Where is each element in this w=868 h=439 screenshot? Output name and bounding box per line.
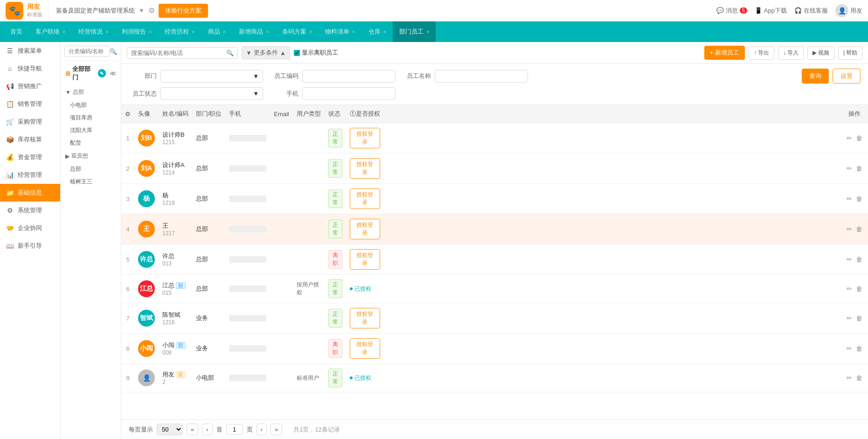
close-tab-history[interactable]: × [192, 29, 194, 35]
dept-collapse-icon[interactable]: ≪ [110, 70, 116, 77]
nav-item-guide[interactable]: 📖 新手引导 [0, 237, 60, 255]
show-left-label[interactable]: 显示离职员工 [294, 49, 338, 57]
dept-shenyang[interactable]: 沈阳大库 [61, 124, 121, 137]
dept-shuangxiang[interactable]: ▶ 双庶想 [61, 149, 121, 163]
nav-item-quick[interactable]: ⌂ 快捷导航 [0, 60, 60, 77]
nav-item-cooperation[interactable]: 🤝 企业协同 [0, 219, 60, 237]
nav-item-marketing[interactable]: 📢 营销推广 [0, 77, 60, 95]
app-download-btn[interactable]: 📱 App下载 [755, 7, 787, 15]
user-btn[interactable]: 👤 用友 [835, 4, 862, 17]
delete-icon-1[interactable]: 🗑 [856, 165, 862, 172]
close-tab-barcode[interactable]: × [309, 29, 312, 35]
close-tab-profit[interactable]: × [149, 29, 152, 35]
edit-icon-6[interactable]: ✏ [847, 314, 852, 322]
tab-profit[interactable]: 利润报告 × [115, 21, 158, 42]
more-filter-btn[interactable]: ▼ 更多条件 ▲ [242, 46, 290, 59]
dept-search-input[interactable] [64, 46, 110, 57]
auth-btn-1[interactable]: 授权登录 [350, 158, 380, 179]
export-btn[interactable]: ↑ 导出 [749, 46, 774, 60]
table-row[interactable]: 3 杨 杨 1218 总部 正常 授权登录 ✏ 🗑 [121, 184, 868, 214]
col-name[interactable]: 姓名/编码 [159, 105, 192, 123]
tab-customer[interactable]: 客户联络 × [29, 21, 72, 42]
col-phone[interactable]: 手机 [225, 105, 270, 123]
col-settings[interactable]: ⚙ [121, 105, 134, 123]
nav-item-basic[interactable]: 📁 基础信息 [0, 184, 60, 202]
nav-item-operation[interactable]: 📊 经营管理 [0, 166, 60, 184]
set-btn[interactable]: 设置 [833, 69, 861, 84]
auth-btn-2[interactable]: 授权登录 [350, 188, 380, 209]
status-select[interactable]: ▼ [160, 87, 263, 100]
dept-search-icon[interactable]: 🔍 [110, 48, 117, 55]
delete-icon-6[interactable]: 🗑 [856, 314, 862, 322]
close-tab-department[interactable]: × [426, 29, 429, 35]
emp-code-input[interactable] [302, 70, 396, 83]
help-btn[interactable]: | 帮助 [838, 46, 862, 60]
table-row[interactable]: 1 刘B 设计师B 1215 总部 正常 授权登录 ✏ 🗑 [121, 123, 868, 153]
auth-btn-4[interactable]: 授权登录 [350, 249, 380, 270]
nav-item-finance[interactable]: 💰 资金管理 [0, 148, 60, 166]
nav-item-sales[interactable]: 📋 销售管理 [0, 95, 60, 113]
message-btn[interactable]: 💬 消息 5 [716, 7, 747, 15]
nav-item-search[interactable]: ☰ 搜索菜单 [0, 42, 60, 60]
view-btn[interactable]: ▶ 视频 [807, 46, 834, 60]
edit-icon-3[interactable]: ✏ [847, 225, 852, 233]
edit-icon-4[interactable]: ✏ [847, 256, 852, 263]
table-row[interactable]: 9 👤 用友应 2 小电部 标准用户 正常 已授权 ✏ 🗑 [121, 364, 868, 392]
tab-department[interactable]: 部门员工 × [393, 21, 436, 42]
close-tab-operation[interactable]: × [105, 29, 108, 35]
nav-item-purchase[interactable]: 🛒 采购管理 [0, 113, 60, 131]
nav-item-system[interactable]: ⚙ 系统管理 [0, 202, 60, 219]
last-page-btn[interactable]: » [271, 424, 282, 435]
delete-icon-0[interactable]: 🗑 [856, 134, 862, 142]
tab-warehouse[interactable]: 仓库 × [362, 21, 393, 42]
table-row[interactable]: 2 刘A 设计师A 1214 总部 正常 授权登录 ✏ 🗑 [121, 153, 868, 184]
dept-select[interactable]: ▼ [160, 70, 263, 83]
edit-icon-0[interactable]: ✏ [847, 134, 852, 142]
tab-home[interactable]: 首页 [4, 21, 29, 42]
per-page-select[interactable]: 50 100 200 [157, 424, 183, 435]
auth-btn-3[interactable]: 授权登录 [350, 219, 380, 239]
dept-zongbu2[interactable]: 总部 [61, 163, 121, 175]
tab-add-product[interactable]: 新增商品 × [232, 21, 275, 42]
dept-xiangmu[interactable]: 项目库房 [61, 111, 121, 124]
tab-operation[interactable]: 经营情况 × [72, 21, 115, 42]
delete-icon-8[interactable]: 🗑 [856, 374, 862, 382]
query-btn[interactable]: 查询 [802, 69, 829, 84]
close-tab-customer[interactable]: × [62, 29, 65, 35]
tab-product[interactable]: 商品 × [201, 21, 232, 42]
trial-btn[interactable]: 体验行业方案 [159, 4, 208, 18]
show-left-checkbox[interactable] [294, 50, 300, 56]
search-icon[interactable]: 🔍 [226, 49, 234, 56]
close-tab-warehouse[interactable]: × [383, 29, 386, 35]
table-row[interactable]: 5 许总 许总 013 总部 离职 授权登录 ✏ 🗑 [121, 244, 868, 275]
auth-btn-7[interactable]: 授权登录 [350, 338, 380, 359]
delete-icon-4[interactable]: 🗑 [856, 256, 862, 263]
dept-zhishu[interactable]: 植树王三 [61, 175, 121, 188]
search-input[interactable] [131, 49, 224, 56]
table-row[interactable]: 6 江总 江总部 015 总部 按用户授权 正常 已授权 ✏ 🗑 [121, 275, 868, 303]
close-tab-bom[interactable]: × [352, 29, 355, 35]
dept-edit-icon[interactable]: ✎ [98, 69, 106, 77]
delete-icon-5[interactable]: 🗑 [856, 285, 862, 293]
dept-peihuo[interactable]: 配货 [61, 137, 121, 149]
edit-icon-7[interactable]: ✏ [847, 345, 852, 352]
import-btn[interactable]: ↓ 导入 [778, 46, 804, 60]
first-page-btn[interactable]: « [187, 424, 198, 435]
edit-icon-1[interactable]: ✏ [847, 165, 852, 172]
phone-input[interactable] [302, 87, 396, 100]
col-dept[interactable]: 部门/职位 [192, 105, 226, 123]
dropdown-arrow[interactable]: ▼ [139, 7, 145, 14]
online-service-btn[interactable]: 🎧 在线客服 [794, 7, 828, 15]
emp-name-input[interactable] [435, 70, 528, 83]
page-number-input[interactable] [226, 424, 243, 435]
dept-zongbu[interactable]: ▼ 总部 [61, 85, 121, 99]
edit-icon-2[interactable]: ✏ [847, 195, 852, 202]
tab-barcode[interactable]: 条码方案 × [276, 21, 319, 42]
auth-btn-6[interactable]: 授权登录 [350, 308, 380, 328]
delete-icon-2[interactable]: 🗑 [856, 195, 862, 202]
table-row[interactable]: 8 小闯 小闯部 008 业务 离职 授权登录 ✏ 🗑 [121, 334, 868, 364]
prev-page-btn[interactable]: ‹ [202, 424, 212, 435]
delete-icon-7[interactable]: 🗑 [856, 345, 862, 352]
settings-icon[interactable]: ⚙ [148, 6, 155, 15]
edit-icon-5[interactable]: ✏ [847, 285, 852, 293]
